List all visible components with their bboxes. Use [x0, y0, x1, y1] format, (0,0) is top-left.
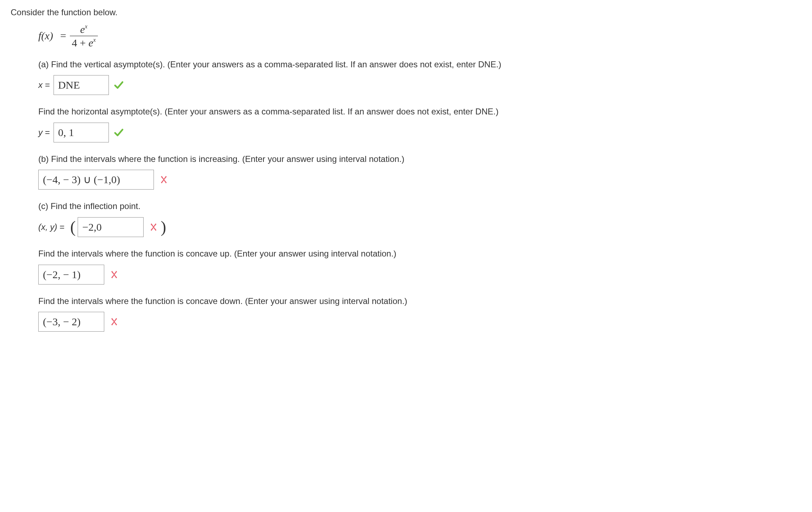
- numerator: ex: [78, 23, 90, 36]
- concave-up-prompt: Find the intervals where the function is…: [38, 248, 801, 260]
- num-exp: x: [85, 23, 87, 30]
- cross-icon: [149, 222, 158, 232]
- label-y-equals: y =: [38, 126, 50, 139]
- intro-text: Consider the function below.: [11, 6, 801, 18]
- cross-icon: [109, 270, 119, 280]
- fraction: ex 4 + ex: [70, 23, 98, 49]
- concave-up-input[interactable]: (−2, − 1): [38, 265, 104, 285]
- check-icon: [114, 128, 124, 137]
- horizontal-asymptote-prompt: Find the horizontal asymptote(s). (Enter…: [38, 106, 801, 118]
- check-icon: [114, 80, 124, 90]
- label-x-equals: x =: [38, 79, 50, 91]
- den-plus: +: [77, 37, 89, 49]
- close-paren: ): [161, 221, 166, 234]
- concave-down-prompt: Find the intervals where the function is…: [38, 295, 801, 307]
- horizontal-asymptote-answer-row: y = 0, 1: [38, 123, 801, 142]
- increasing-intervals-input[interactable]: (−4, − 3) ∪ (−1,0): [38, 170, 154, 190]
- concave-up-answer-row: (−2, − 1): [38, 265, 801, 285]
- part-c-answer-row: (x, y) = ( −2,0 ): [38, 217, 801, 237]
- part-c-prompt: (c) Find the inflection point.: [38, 200, 801, 212]
- function-formula: f(x) = ex 4 + ex: [38, 23, 801, 49]
- inflection-point-input[interactable]: −2,0: [78, 217, 144, 237]
- equals-sign: =: [60, 28, 66, 43]
- horizontal-asymptote-input[interactable]: 0, 1: [54, 123, 109, 142]
- cross-icon: [109, 317, 119, 327]
- cross-icon: [159, 175, 169, 185]
- num-e: e: [80, 23, 85, 35]
- den-exp: x: [93, 36, 96, 43]
- vertical-asymptote-input[interactable]: DNE: [54, 75, 109, 95]
- label-xy-equals: (x, y) =: [38, 221, 65, 233]
- part-b-prompt: (b) Find the intervals where the functio…: [38, 153, 801, 165]
- part-a-prompt: (a) Find the vertical asymptote(s). (Ent…: [38, 58, 801, 71]
- open-paren: (: [70, 221, 76, 234]
- part-b-answer-row: (−4, − 3) ∪ (−1,0): [38, 170, 801, 190]
- fx-symbol: f(x): [38, 28, 53, 43]
- concave-down-input[interactable]: (−3, − 2): [38, 312, 104, 332]
- denominator: 4 + ex: [70, 36, 98, 49]
- concave-down-answer-row: (−3, − 2): [38, 312, 801, 332]
- den-e: e: [88, 37, 93, 49]
- den-4: 4: [72, 37, 77, 49]
- part-a-answer-row: x = DNE: [38, 75, 801, 95]
